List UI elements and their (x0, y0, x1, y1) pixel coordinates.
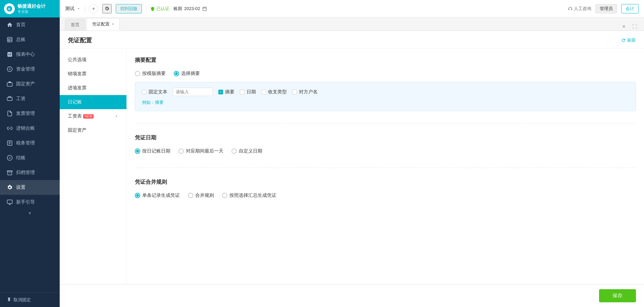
tabbar: 首页 凭证配置 × ✕ ⛶ (60, 17, 644, 31)
logo-icon: 会 (4, 3, 15, 14)
svg-rect-11 (7, 200, 12, 204)
funds-icon (7, 66, 13, 72)
sidebar-label-assets: 固定资产 (16, 81, 35, 87)
date-radio-period-last[interactable]: 对应期间最后一天 (178, 148, 223, 154)
save-button[interactable]: 保存 (599, 289, 636, 302)
checkbox-fixed-text-box (142, 90, 147, 94)
merge-radio-rule-label: 合并规则 (195, 192, 214, 199)
svg-rect-2 (7, 37, 12, 42)
sidebar-item-close[interactable]: 结账 (0, 150, 60, 165)
checkbox-date-label: 日期 (247, 89, 256, 95)
invoices-icon (7, 111, 13, 117)
ledger-icon (7, 37, 13, 43)
headset-icon (568, 6, 573, 11)
sidebar-label-sales: 进销台账 (16, 125, 35, 131)
sidebar-label-tax: 税务管理 (16, 140, 35, 146)
company-selector[interactable]: 测试 (65, 6, 80, 12)
close-window-button[interactable]: ✕ (620, 23, 628, 31)
add-button[interactable]: + (89, 4, 98, 13)
checkbox-income-type-label: 收支类型 (268, 89, 287, 95)
scroll-down[interactable]: ▼ (0, 210, 60, 217)
admin-button[interactable]: 管理员 (595, 4, 617, 13)
sidebar-nav: 首页 总账 报表中心 资金管理 固定资产 (0, 17, 60, 293)
sidebar-item-invoices[interactable]: 发票管理 (0, 106, 60, 121)
summary-radio-select[interactable]: 选择摘要 (174, 71, 200, 77)
sidebar: 会 畅捷通好会计 专业版 首页 总账 报表中心 (0, 0, 60, 307)
dropdown-icon (76, 7, 80, 11)
refresh-button[interactable]: 刷新 (621, 37, 636, 43)
sidebar-item-funds[interactable]: 资金管理 (0, 62, 60, 77)
merge-radio-single[interactable]: 单条记录生成凭证 (135, 192, 180, 199)
summary-radio-select-circle (174, 71, 179, 76)
merge-radio-summary[interactable]: 按照选择汇总生成凭证 (222, 192, 276, 199)
sidebar-item-settings[interactable]: 设置 (0, 180, 60, 195)
merge-radio-single-label: 单条记录生成凭证 (142, 192, 180, 199)
checkbox-fixed-text[interactable]: 固定文本 (142, 89, 167, 95)
tab-close-button[interactable]: × (112, 22, 114, 27)
date-radio-custom[interactable]: 自定义日期 (231, 148, 262, 154)
service-button[interactable]: 人工咨询 (568, 6, 591, 12)
fixed-text-input[interactable] (173, 88, 213, 96)
bottom-bar: 保存 (60, 284, 644, 307)
tab-home[interactable]: 首页 (65, 19, 85, 31)
content-header: 凭证配置 刷新 (60, 31, 644, 49)
date-section: 凭证日期 按日记账日期 对应期间最后一天 (135, 134, 636, 168)
sidebar-item-archive[interactable]: 归档管理 (0, 165, 60, 180)
sidebar-item-sales[interactable]: 进销台账 (0, 121, 60, 136)
tax-icon (7, 140, 13, 146)
summary-radio-template[interactable]: 按模版摘要 (135, 71, 166, 77)
left-nav-purchase-invoice[interactable]: 进项发票 (60, 81, 126, 95)
left-nav-public[interactable]: 公共选项 (60, 53, 126, 67)
salary-icon (7, 96, 13, 102)
checkbox-date[interactable]: 日期 (240, 89, 256, 95)
svg-text:会: 会 (7, 7, 11, 10)
summary-radio-group: 按模版摘要 选择摘要 (135, 71, 636, 77)
date-radio-period-last-label: 对应期间最后一天 (186, 148, 223, 154)
date-radio-journal[interactable]: 按日记账日期 (135, 148, 170, 154)
summary-radio-template-circle (135, 71, 140, 76)
left-nav-salary-table[interactable]: 工资表NEW (60, 109, 126, 123)
merge-radio-rule[interactable]: 合并规则 (188, 192, 214, 199)
checkbox-counterpart[interactable]: 对方户名 (292, 89, 318, 95)
sidebar-item-ledger[interactable]: 总账 (0, 32, 60, 47)
expand-window-button[interactable]: ⛶ (631, 23, 639, 31)
left-nav-purchase-invoice-label: 进项发票 (68, 85, 87, 90)
cancel-fixed-button[interactable]: 取消固定 (7, 297, 53, 303)
app-edition: 专业版 (17, 9, 46, 14)
sidebar-item-tax[interactable]: 税务管理 (0, 136, 60, 150)
sidebar-label-settings: 设置 (16, 184, 25, 190)
certified-badge: 已认证 (150, 6, 169, 12)
window-controls: ✕ ⛶ (620, 23, 639, 31)
merge-section-title: 凭证合并规则 (135, 179, 636, 186)
sidebar-item-salary[interactable]: 工资 (0, 91, 60, 106)
left-nav-sales-invoice-label: 销项发票 (68, 71, 87, 76)
merge-radio-summary-label: 按照选择汇总生成凭证 (229, 192, 276, 199)
tab-voucher-label: 凭证配置 (92, 21, 110, 27)
role-button[interactable]: 会计 (621, 4, 639, 13)
date-radio-journal-label: 按日记账日期 (142, 148, 170, 154)
gear-button[interactable] (102, 4, 112, 13)
left-nav-journal[interactable]: 日记账 (60, 95, 126, 109)
checkbox-summary-label: 摘要 (225, 89, 234, 95)
checkbox-summary-box (218, 90, 223, 94)
sidebar-item-reports[interactable]: 报表中心 (0, 47, 60, 62)
service-label: 人工咨询 (574, 6, 591, 12)
left-nav-fixed-assets[interactable]: 固定资产 (60, 123, 126, 137)
sidebar-item-assets[interactable]: 固定资产 (0, 77, 60, 91)
sidebar-label-reports: 报表中心 (16, 51, 35, 57)
period-display: 账期 2023-02 (173, 6, 207, 12)
guide-icon (7, 199, 13, 205)
sidebar-item-guide[interactable]: 新手引导 (0, 195, 60, 210)
summary-config-box: 固定文本 摘要 日期 (135, 82, 636, 111)
tab-voucher-config[interactable]: 凭证配置 × (87, 18, 120, 31)
sidebar-item-home[interactable]: 首页 (0, 17, 60, 32)
assets-icon (7, 81, 13, 87)
company-name: 测试 (65, 6, 74, 12)
old-version-button[interactable]: 切到旧版 (116, 4, 142, 13)
checkbox-summary[interactable]: 摘要 (218, 89, 234, 95)
checkbox-income-type[interactable]: 收支类型 (261, 89, 287, 95)
left-nav-sales-invoice[interactable]: 销项发票 (60, 67, 126, 81)
right-content: 摘要配置 按模版摘要 选择摘要 (127, 49, 644, 284)
topbar: 测试 + 切到旧版 已认证 账期 2023-02 人工咨询 (60, 0, 644, 17)
summary-radio-template-label: 按模版摘要 (142, 71, 166, 77)
